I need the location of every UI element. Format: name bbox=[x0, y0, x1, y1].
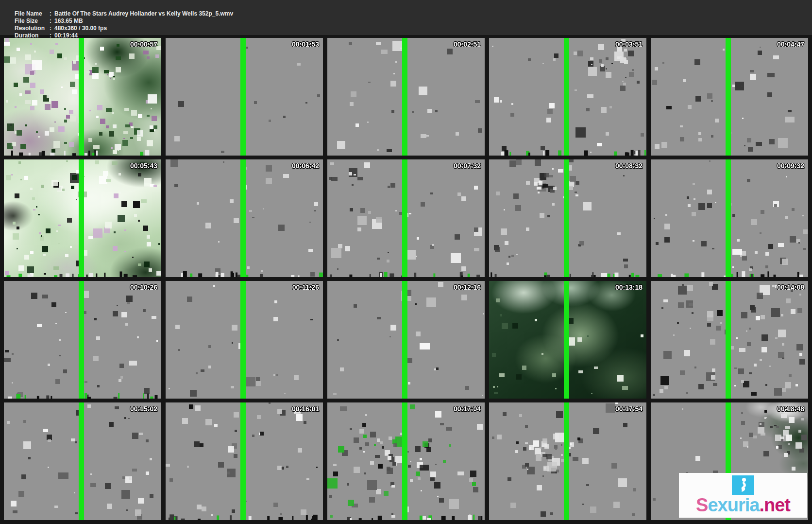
video-thumbnail: 00:03:51 bbox=[489, 38, 646, 156]
file-info-row: File Name:Battle Of The Stars Audrey Hol… bbox=[5, 3, 812, 10]
resolution-value: 480x360 / 30.00 fps bbox=[54, 25, 107, 32]
video-contact-sheet: File Name:Battle Of The Stars Audrey Hol… bbox=[0, 0, 812, 524]
video-thumbnail: 00:07:32 bbox=[327, 159, 485, 277]
thumbnail-timestamp: 00:14:08 bbox=[777, 283, 804, 291]
watermark-seg-s: S bbox=[696, 495, 708, 515]
file-name-value: Battle Of The Stars Audrey Hollander vs … bbox=[54, 10, 233, 17]
video-thumbnail: 00:16:01 bbox=[166, 402, 323, 520]
video-thumbnail: 00:17:04 bbox=[327, 402, 485, 520]
video-thumbnail: 00:02:51 bbox=[327, 38, 485, 156]
green-glitch-stripe bbox=[726, 159, 731, 277]
thumbnail-timestamp: 00:12:16 bbox=[454, 283, 481, 291]
thumbnail-timestamp: 00:04:47 bbox=[777, 40, 804, 48]
watermark-badge: Sexuria.net bbox=[679, 473, 807, 518]
green-glitch-stripe bbox=[79, 159, 84, 277]
video-thumbnail: 00:00:57 bbox=[4, 38, 161, 156]
video-thumbnail: 00:09:32 bbox=[651, 159, 808, 277]
video-thumbnail: 00:01:53 bbox=[166, 38, 323, 156]
thumbnail-timestamp: 00:16:01 bbox=[292, 405, 319, 413]
green-glitch-stripe bbox=[564, 159, 569, 277]
green-glitch-stripe bbox=[240, 159, 246, 277]
thumbnail-timestamp: 00:13:18 bbox=[615, 283, 643, 291]
thumbnail-timestamp: 00:10:26 bbox=[130, 283, 157, 291]
green-glitch-stripe bbox=[726, 281, 731, 399]
video-thumbnail: 00:05:43 bbox=[4, 159, 161, 277]
green-glitch-stripe bbox=[240, 281, 246, 399]
file-info-label: File Name bbox=[15, 10, 50, 17]
watermark-seg-net: .net bbox=[759, 495, 790, 515]
video-thumbnail: 00:04:47 bbox=[651, 38, 808, 156]
video-thumbnail: 00:12:16 bbox=[327, 281, 485, 399]
video-thumbnail: 00:13:18 bbox=[489, 281, 646, 399]
file-info-header: File Name:Battle Of The Stars Audrey Hol… bbox=[0, 0, 812, 35]
thumbnail-timestamp: 00:17:54 bbox=[615, 405, 643, 413]
thumbnail-timestamp: 00:08:32 bbox=[615, 162, 643, 170]
video-thumbnail: 00:14:08 bbox=[651, 281, 808, 399]
green-glitch-stripe bbox=[79, 402, 84, 520]
green-glitch-stripe bbox=[564, 402, 569, 520]
thumbnail-timestamp: 00:11:26 bbox=[292, 283, 319, 291]
watermark-text: Sexuria.net bbox=[696, 496, 790, 514]
video-thumbnail: 00:15:02 bbox=[4, 402, 161, 520]
green-glitch-stripe bbox=[402, 402, 407, 520]
thumbnail-grid: 00:00:57 00:01:53 00:02:51 00:03:51 00:0… bbox=[4, 38, 808, 520]
file-info-row: Duration:00:19:44 bbox=[5, 25, 812, 32]
thumbnail-timestamp: 00:03:51 bbox=[615, 40, 643, 48]
video-thumbnail: 00:08:32 bbox=[489, 159, 646, 277]
green-glitch-stripe bbox=[79, 38, 84, 156]
video-thumbnail: 00:11:26 bbox=[166, 281, 323, 399]
file-info-colon: : bbox=[50, 17, 54, 25]
thumbnail-timestamp: 00:15:02 bbox=[130, 405, 157, 413]
thumbnail-timestamp: 00:17:04 bbox=[454, 405, 481, 413]
file-info-colon: : bbox=[50, 10, 54, 17]
green-glitch-stripe bbox=[402, 38, 407, 156]
thumbnail-timestamp: 00:02:51 bbox=[454, 40, 481, 48]
green-glitch-stripe bbox=[564, 281, 569, 399]
sexuria-logo-icon bbox=[732, 475, 754, 495]
file-info-label: File Size bbox=[15, 17, 50, 25]
green-glitch-stripe bbox=[240, 402, 246, 520]
green-glitch-stripe bbox=[402, 281, 407, 399]
thumbnail-timestamp: 00:01:53 bbox=[292, 40, 319, 48]
thumbnail-timestamp: 00:05:43 bbox=[130, 162, 157, 170]
video-thumbnail: 00:06:42 bbox=[166, 159, 323, 277]
thumbnail-timestamp: 00:00:57 bbox=[130, 40, 157, 48]
thumbnail-timestamp: 00:07:32 bbox=[454, 162, 481, 170]
thumbnail-timestamp: 00:06:42 bbox=[292, 162, 319, 170]
thumbnail-timestamp: 00:18:48 bbox=[777, 405, 804, 413]
watermark-seg-exuria: exuria bbox=[708, 495, 759, 515]
file-size-value: 163.65 MB bbox=[54, 17, 83, 24]
file-info-label: Resolution bbox=[15, 25, 50, 32]
video-thumbnail: 00:17:54 bbox=[489, 402, 646, 520]
green-glitch-stripe bbox=[564, 38, 569, 156]
green-glitch-stripe bbox=[240, 38, 246, 156]
green-glitch-stripe bbox=[79, 281, 84, 399]
thumbnail-timestamp: 00:09:32 bbox=[777, 162, 804, 170]
green-glitch-stripe bbox=[726, 38, 731, 156]
video-thumbnail: 00:10:26 bbox=[4, 281, 161, 399]
file-info-colon: : bbox=[50, 25, 54, 32]
file-info-row: Resolution:480x360 / 30.00 fps bbox=[5, 17, 812, 25]
green-glitch-stripe bbox=[402, 159, 407, 277]
